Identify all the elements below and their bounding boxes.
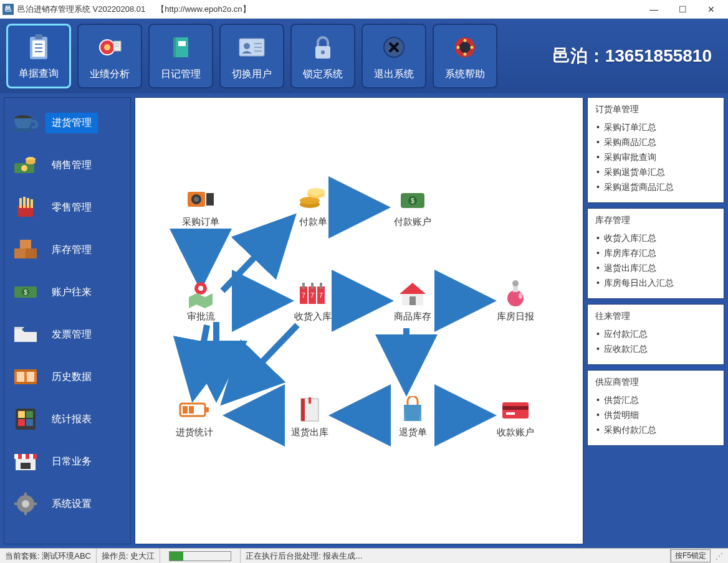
ribbon-label: 单据查询 <box>19 67 59 80</box>
sidebar-item-invoice[interactable]: 发票管理 <box>8 317 127 352</box>
panel-link[interactable]: 采购审批查询 <box>595 150 716 165</box>
lock-icon <box>309 33 337 62</box>
maximize-button[interactable]: ☐ <box>668 1 697 18</box>
map-pin-icon <box>184 280 218 308</box>
ribbon-btn-switch-user[interactable]: 切换用户 <box>219 24 284 88</box>
svg-rect-49 <box>27 372 34 382</box>
svg-rect-102 <box>320 283 322 289</box>
node-purchase-order[interactable]: 采购订单 <box>166 185 235 228</box>
sidebar-item-purchase[interactable]: 进货管理 <box>8 105 127 140</box>
status-account: 当前套账: 测试环境ABC <box>0 549 97 563</box>
svg-rect-55 <box>18 419 25 426</box>
panel-link[interactable]: 应收款汇总 <box>595 342 716 357</box>
ribbon-btn-document-query[interactable]: 单据查询 <box>6 24 71 88</box>
node-label: 收款账户 <box>481 427 550 438</box>
node-label: 采购订单 <box>166 216 235 228</box>
panel-link[interactable]: 库房每日出入汇总 <box>595 276 716 291</box>
window-title: 邑泊进销存管理系统 V20220208.01 <box>17 4 145 15</box>
panel-link[interactable]: 供货汇总 <box>595 393 716 408</box>
panel-link[interactable]: 采购订单汇总 <box>595 120 716 135</box>
node-payment-account[interactable]: $ 付款账户 <box>378 185 447 228</box>
svg-rect-66 <box>14 503 18 505</box>
ribbon-btn-performance[interactable]: 业绩分析 <box>77 24 142 88</box>
calculator-icon <box>12 407 39 432</box>
svg-point-63 <box>22 500 29 508</box>
node-receive-stock[interactable]: 777 收货入库 <box>279 280 347 323</box>
svg-point-25 <box>459 42 471 53</box>
node-product-stock[interactable]: 商品库存 <box>378 280 447 323</box>
node-warehouse-daily[interactable]: 库房日报 <box>481 280 550 323</box>
panel-link[interactable]: 退货出库汇总 <box>595 261 716 276</box>
brand-phone: 邑泊：13651855810 <box>553 44 722 68</box>
svg-point-33 <box>21 165 27 171</box>
node-approval-flow[interactable]: 审批流 <box>166 280 235 323</box>
sidebar-item-sales[interactable]: 销售管理 <box>8 148 127 182</box>
sidebar-item-daily[interactable]: 日常业务 <box>8 444 127 479</box>
book-icon <box>166 33 195 62</box>
resize-grip[interactable]: ⋰ <box>713 552 724 561</box>
node-return-out[interactable]: 退货出库 <box>275 395 344 438</box>
sidebar-item-history[interactable]: 历史数据 <box>8 359 127 394</box>
svg-rect-103 <box>410 296 416 305</box>
lock-f5-button[interactable]: 按F5锁定 <box>671 549 711 562</box>
svg-point-89 <box>307 188 325 196</box>
ribbon-btn-diary[interactable]: 日记管理 <box>148 24 213 88</box>
node-label: 进货统计 <box>160 427 229 438</box>
battery-icon <box>178 395 211 424</box>
panel-link[interactable]: 采购退货商品汇总 <box>595 180 716 195</box>
panel-link[interactable]: 供货明细 <box>595 408 716 423</box>
group-title: 订货单管理 <box>595 104 716 115</box>
sidebar-item-accounts[interactable]: $ 账户往来 <box>8 275 127 310</box>
svg-rect-50 <box>14 369 37 372</box>
camera-icon <box>184 185 218 214</box>
svg-rect-100 <box>302 283 305 289</box>
sidebar-item-inventory[interactable]: 库存管理 <box>8 232 127 267</box>
panel-link[interactable]: 采购付款汇总 <box>595 423 716 438</box>
panel-link[interactable]: 库房库存汇总 <box>595 246 716 261</box>
user-card-icon <box>237 33 266 62</box>
svg-rect-48 <box>17 372 24 382</box>
ribbon-btn-exit-system[interactable]: 退出系统 <box>362 24 426 88</box>
node-label: 退货单 <box>378 427 447 438</box>
svg-rect-37 <box>19 198 22 208</box>
ribbon-btn-system-help[interactable]: 系统帮助 <box>433 24 497 88</box>
ribbon-label: 日记管理 <box>161 68 201 81</box>
node-label: 付款单 <box>279 216 347 228</box>
panel-link[interactable]: 采购退货单汇总 <box>595 165 716 180</box>
node-purchase-stats[interactable]: 进货统计 <box>160 395 229 438</box>
sidebar-label: 历史数据 <box>52 371 92 382</box>
svg-rect-85 <box>206 193 214 206</box>
sidebar-label: 库存管理 <box>52 244 92 255</box>
sidebar-label: 统计报表 <box>52 414 92 424</box>
calendar-icon: 777 <box>296 280 330 308</box>
status-operator: 操作员: 史大江 <box>97 549 160 563</box>
card-icon <box>499 395 532 424</box>
panel-link[interactable]: 应付款汇总 <box>595 327 716 342</box>
svg-text:7: 7 <box>310 292 314 299</box>
workflow-canvas: 采购订单 付款单 $ 付款账户 审批流 777 收货入库 商品库存 库房日报 <box>135 97 583 544</box>
house-icon <box>396 280 429 308</box>
svg-rect-53 <box>18 411 25 418</box>
clipboard-icon <box>24 32 53 61</box>
panel-link[interactable]: 采购商品汇总 <box>595 135 716 150</box>
svg-rect-42 <box>26 248 37 258</box>
boxes-icon <box>12 237 39 262</box>
right-panel: 订货单管理 采购订单汇总 采购商品汇总 采购审批查询 采购退货单汇总 采购退货商… <box>587 97 724 544</box>
svg-rect-118 <box>506 412 515 415</box>
panel-link[interactable]: 收货入库汇总 <box>595 231 716 246</box>
minimize-button[interactable]: — <box>639 1 668 18</box>
node-payment-slip[interactable]: 付款单 <box>279 185 347 228</box>
panel-account-mgmt: 往来管理 应付款汇总 应收款汇总 <box>587 304 724 365</box>
notebook-icon <box>293 395 327 424</box>
ribbon-btn-lock-system[interactable]: 锁定系统 <box>290 24 355 88</box>
sidebar-item-retail[interactable]: 零售管理 <box>8 190 127 225</box>
svg-point-93 <box>198 286 203 291</box>
sidebar-item-settings[interactable]: 系统设置 <box>8 486 127 521</box>
svg-rect-58 <box>14 454 18 459</box>
sidebar: 进货管理 销售管理 零售管理 库存管理 $ 账户往来 发票管理 历史数据 统计报 <box>4 97 131 544</box>
svg-point-31 <box>12 128 34 132</box>
node-return-slip[interactable]: 退货单 <box>378 395 447 438</box>
close-button[interactable]: ✕ <box>697 1 726 18</box>
node-receipt-account[interactable]: 收款账户 <box>481 395 550 438</box>
sidebar-item-reports[interactable]: 统计报表 <box>8 402 127 437</box>
